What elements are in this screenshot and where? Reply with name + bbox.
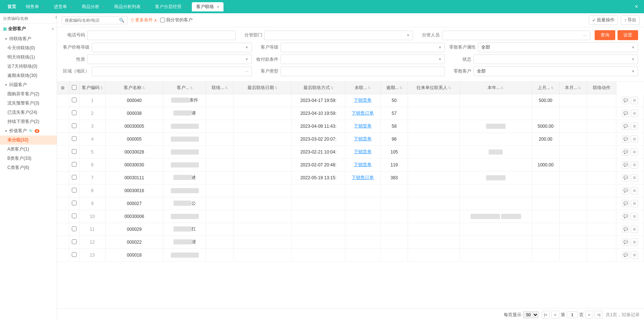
grid-action-icon[interactable]: ⊞ xyxy=(631,174,638,181)
search-box[interactable]: 🔍 xyxy=(61,16,128,24)
close-customer-segment-tab[interactable]: × xyxy=(184,5,187,9)
grid-action-icon[interactable]: ⊞ xyxy=(631,110,638,117)
row-checkbox[interactable] xyxy=(69,210,79,223)
sidebar-item-c-class[interactable]: C类客户(6) xyxy=(0,163,57,172)
export-btn[interactable]: ↑ 导出 xyxy=(621,15,640,25)
payment-select[interactable]: ▼ xyxy=(281,54,445,64)
customer-type-input[interactable] xyxy=(281,67,445,76)
sidebar-all-customers[interactable]: ⊞ 全部客户 » xyxy=(0,24,57,34)
col-name[interactable]: 客户名称⇅ xyxy=(105,82,163,94)
row-last-method[interactable]: 下销货单 xyxy=(345,158,381,171)
col-contact2[interactable]: 往来单位联系人⇅ xyxy=(408,82,460,94)
col-type[interactable]: 客户...⇅ xyxy=(163,82,206,94)
chat-icon[interactable]: 💬 xyxy=(622,97,629,104)
person-input[interactable]: ··· xyxy=(442,31,590,40)
chat-icon[interactable]: 💬 xyxy=(622,187,629,194)
col-code[interactable]: 客户编码⇅ xyxy=(79,82,105,94)
sidebar-item-ungroup[interactable]: 未分组(32) xyxy=(0,135,57,145)
sidebar-item-hoarding[interactable]: 囤购异常客户(2) xyxy=(0,89,57,99)
col-this-month[interactable]: 本月...⇅ xyxy=(559,82,587,94)
price-level-select[interactable]: ▼ xyxy=(92,43,252,52)
grid-action-icon[interactable]: ⊞ xyxy=(631,200,638,207)
grid-action-icon[interactable]: ⊞ xyxy=(631,226,638,233)
chat-icon[interactable]: 💬 xyxy=(622,174,629,181)
per-page-select[interactable]: 50 xyxy=(523,311,539,318)
row-checkbox[interactable] xyxy=(69,107,79,120)
close-customer-contact-tab[interactable]: × xyxy=(217,5,219,9)
sidebar-search-input[interactable] xyxy=(3,16,54,21)
more-conditions-btn[interactable]: ▽ 更多条件 ∧ xyxy=(131,17,157,23)
chat-icon[interactable]: 💬 xyxy=(622,200,629,207)
grid-action-icon[interactable]: ⊞ xyxy=(631,239,638,246)
close-sales-tab[interactable]: × xyxy=(42,5,44,9)
col-overdue[interactable]: 逾期...⇅ xyxy=(380,82,408,94)
nature-select[interactable]: ▼ xyxy=(87,54,252,64)
grid-action-icon[interactable]: ⊞ xyxy=(631,97,638,104)
close-product-analysis-tab[interactable]: × xyxy=(102,5,105,9)
phone-input[interactable] xyxy=(87,31,236,40)
chat-icon[interactable]: 💬 xyxy=(622,251,629,259)
close-product-list-tab[interactable]: × xyxy=(144,5,146,9)
row-checkbox[interactable] xyxy=(69,120,79,133)
status-select[interactable]: ▼ xyxy=(474,54,638,64)
row-last-method[interactable]: 下销货单 xyxy=(345,120,381,133)
nav-tab-sales[interactable]: 销售单 × xyxy=(21,2,49,11)
row-checkbox[interactable] xyxy=(69,197,79,210)
my-customers-check[interactable] xyxy=(160,18,165,22)
nav-home[interactable]: 首页 xyxy=(3,2,21,11)
col-last-method[interactable]: 最后联络方式⇅ xyxy=(292,82,345,94)
col-last-month[interactable]: 上月...⇅ xyxy=(532,82,559,94)
sidebar-item-week[interactable]: 近7天待联络(0) xyxy=(0,62,57,71)
grid-action-icon[interactable]: ⊞ xyxy=(631,123,638,130)
sidebar-item-lost[interactable]: 已流失客户(24) xyxy=(0,108,57,117)
row-checkbox[interactable] xyxy=(69,133,79,145)
nav-tab-customer-contact[interactable]: 客户联络 × xyxy=(192,2,224,11)
chat-icon[interactable]: 💬 xyxy=(622,110,629,117)
search-btn[interactable]: 查询 xyxy=(595,30,615,40)
page-number-input[interactable] xyxy=(567,311,578,318)
chat-icon[interactable]: 💬 xyxy=(622,239,629,246)
chat-icon[interactable]: 💬 xyxy=(622,161,629,169)
sidebar-item-b-class[interactable]: B类客户(33) xyxy=(0,154,57,163)
col-last-date[interactable]: 最后联络日期⇅ xyxy=(234,82,292,94)
batch-operation-btn[interactable]: ✓ 批量操作 xyxy=(589,15,618,25)
sidebar-item-churn-warning[interactable]: 流失预警客户(3) xyxy=(0,99,57,108)
window-close-button[interactable]: × xyxy=(632,3,641,10)
sidebar-group-pending[interactable]: ▼ 待联络客户 xyxy=(0,34,57,43)
row-checkbox[interactable] xyxy=(69,184,79,197)
col-contact[interactable]: 联络...⇅ xyxy=(206,82,234,94)
select-all-checkbox[interactable] xyxy=(72,85,77,90)
sidebar-group-problem[interactable]: ▼ 问题客户 xyxy=(0,80,57,89)
row-last-method[interactable]: 下销货单 xyxy=(345,145,381,158)
dept-select[interactable]: ▼ xyxy=(264,31,413,40)
chat-icon[interactable]: 💬 xyxy=(622,226,629,233)
grid-action-icon[interactable]: ⊞ xyxy=(631,161,638,169)
search-box-icon[interactable]: 🔍 xyxy=(119,18,124,23)
row-checkbox[interactable] xyxy=(69,158,79,171)
row-last-method[interactable]: 下销货单 xyxy=(345,133,381,145)
col-settings[interactable]: ⚙ xyxy=(57,82,69,94)
col-checkbox[interactable] xyxy=(69,82,79,94)
nav-tab-product-list[interactable]: 商品分析列表 × xyxy=(110,2,150,11)
nav-tab-product-analysis[interactable]: 商品分析 × xyxy=(77,2,109,11)
row-checkbox[interactable] xyxy=(69,94,79,107)
search-input[interactable] xyxy=(65,18,117,22)
chat-icon[interactable]: 💬 xyxy=(622,213,629,220)
grid-action-icon[interactable]: ⊞ xyxy=(631,251,638,259)
sidebar-item-overdue[interactable]: 逾期未联络(30) xyxy=(0,71,57,80)
last-page-btn[interactable]: >| xyxy=(595,311,603,319)
next-page-btn[interactable]: > xyxy=(585,311,593,319)
col-not-contacted[interactable]: 未联...⇅ xyxy=(345,82,381,94)
grid-action-icon[interactable]: ⊞ xyxy=(631,135,638,143)
reset-btn[interactable]: 设置 xyxy=(617,30,638,40)
sidebar-item-a-class[interactable]: A类客户(1) xyxy=(0,145,57,154)
chat-icon[interactable]: 💬 xyxy=(622,123,629,130)
close-purchase-tab[interactable]: × xyxy=(70,5,72,9)
sidebar-item-tomorrow[interactable]: 明天待联络(1) xyxy=(0,53,57,62)
grid-action-icon[interactable]: ⊞ xyxy=(631,148,638,156)
sidebar-item-declining[interactable]: 持续下滑客户(2) xyxy=(0,117,57,126)
chat-icon[interactable]: 💬 xyxy=(622,148,629,156)
sidebar-group-value[interactable]: ▼ 价值客户 ↻ ● xyxy=(0,126,57,135)
chat-icon[interactable]: 💬 xyxy=(622,135,629,143)
sidebar-item-today[interactable]: 今天待联络(0) xyxy=(0,43,57,53)
